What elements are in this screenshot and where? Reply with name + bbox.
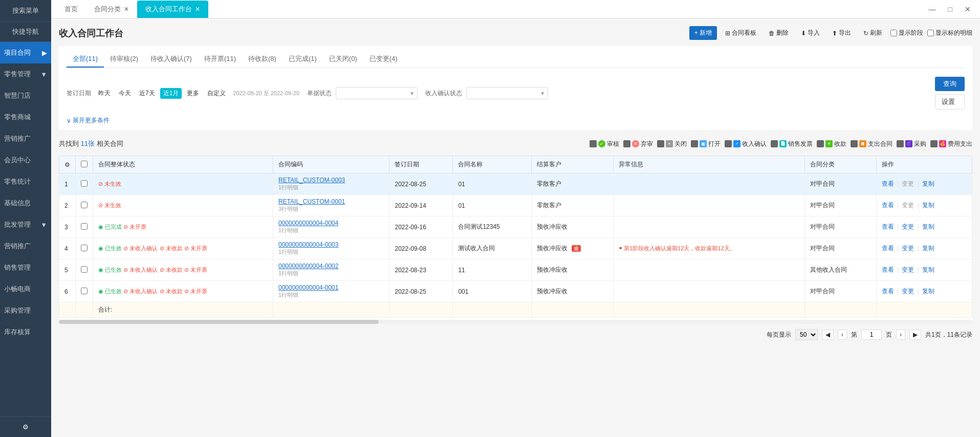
status-select[interactable]	[336, 87, 418, 99]
sales-invoice-button[interactable]: 📄 销售发票	[771, 140, 813, 148]
scrollbar-thumb[interactable]	[59, 320, 379, 324]
horizontal-scrollbar[interactable]	[59, 320, 972, 324]
sidebar-item-marketing2[interactable]: 营销推广	[0, 235, 51, 257]
sidebar-item-purchase[interactable]: 采购管理	[0, 300, 51, 321]
page-number-input[interactable]	[861, 330, 882, 340]
date-1month[interactable]: 近1月	[160, 88, 182, 99]
import-button[interactable]: ⬇ 导入	[797, 27, 824, 39]
change-button[interactable]: 变更	[902, 202, 914, 209]
col-error[interactable]: 异常信息	[614, 156, 804, 173]
tab-changed[interactable]: 已变更(4)	[363, 51, 404, 68]
contract-link[interactable]: 0000000000004-0004	[278, 220, 338, 227]
first-page-button[interactable]: ◀	[822, 330, 834, 340]
view-button[interactable]: 查看	[882, 266, 894, 273]
col-code[interactable]: 合同编码	[273, 156, 389, 173]
show-details-checkbox[interactable]: 显示标的明细	[927, 29, 972, 37]
view-button[interactable]: 查看	[882, 223, 894, 230]
open-button[interactable]: ▣ 打开	[691, 140, 721, 148]
tab-home[interactable]: 首页	[56, 1, 86, 18]
col-customer[interactable]: 结算客户	[532, 156, 614, 173]
sidebar-item-member[interactable]: 会员中心	[0, 149, 51, 171]
expense-contract-button[interactable]: 📋 支出合同	[851, 140, 892, 148]
contract-link[interactable]: 0000000000004-0001	[278, 284, 338, 291]
expand-more-conditions[interactable]: ∨ 展开更多条件	[67, 116, 965, 125]
col-sign-date[interactable]: 签订日期	[389, 156, 453, 173]
date-7days[interactable]: 近7天	[136, 88, 158, 99]
cell-checkbox[interactable]	[76, 238, 93, 259]
tab-completed[interactable]: 已完成(1)	[282, 51, 323, 68]
change-button[interactable]: 变更	[902, 223, 914, 230]
contract-link[interactable]: 0000000000004-0003	[278, 241, 338, 248]
cost-expense-button[interactable]: 💰 费用支出	[930, 140, 972, 148]
date-custom[interactable]: 自定义	[204, 88, 229, 99]
copy-button[interactable]: 复制	[922, 245, 934, 252]
cell-checkbox[interactable]	[76, 216, 93, 238]
sidebar-item-ecommerce[interactable]: 小畅电商	[0, 278, 51, 300]
sidebar-search[interactable]: 搜索菜单	[0, 0, 51, 22]
prev-page-button[interactable]: ‹	[838, 330, 847, 340]
tab-close-income-contract[interactable]: ✕	[195, 6, 200, 13]
copy-button[interactable]: 复制	[922, 288, 934, 295]
tab-pending-invoice[interactable]: 待开票(11)	[198, 51, 242, 68]
col-checkbox[interactable]	[76, 156, 93, 173]
close-button[interactable]: ✕	[961, 3, 975, 15]
view-button[interactable]: 查看	[882, 180, 894, 187]
cell-checkbox[interactable]	[76, 195, 93, 216]
payment-button[interactable]: ¥ 收款	[817, 140, 846, 148]
select-all-checkbox[interactable]	[81, 161, 88, 167]
query-button[interactable]: 查询	[935, 77, 965, 91]
close-contract-button[interactable]: × 关闭	[657, 140, 687, 148]
contract-link[interactable]: RETAIL_CUSTOM-0001	[278, 198, 345, 205]
col-status[interactable]: 合同整体状态	[93, 156, 273, 173]
confirm-status-select[interactable]	[466, 87, 548, 99]
sidebar-settings[interactable]: ⚙	[0, 417, 51, 437]
tab-close-contract-category[interactable]: ✕	[124, 6, 129, 13]
sidebar-quicknav[interactable]: 快捷导航	[0, 22, 51, 42]
view-button[interactable]: 查看	[882, 288, 894, 295]
abandon-review-button[interactable]: ✕ 弃审	[623, 140, 653, 148]
next-page-button[interactable]: ›	[896, 330, 905, 340]
sidebar-item-retail-manage[interactable]: 零售管理 ▼	[0, 63, 51, 85]
date-today[interactable]: 今天	[116, 88, 134, 99]
copy-button[interactable]: 复制	[922, 266, 934, 273]
view-button[interactable]: 查看	[882, 202, 894, 209]
search-settings-button[interactable]: 设置	[935, 94, 965, 110]
tab-income-contract[interactable]: 收入合同工作台 ✕	[137, 1, 208, 18]
sidebar-item-retail-stats[interactable]: 零售统计	[0, 171, 51, 192]
export-button[interactable]: ⬆ 导出	[828, 27, 855, 39]
purchase-button[interactable]: 🛒 采购	[897, 140, 926, 148]
tab-closed[interactable]: 已关闭(0)	[323, 51, 363, 68]
sidebar-item-sales-manage[interactable]: 销售管理	[0, 257, 51, 278]
col-settings[interactable]: ⚙	[59, 156, 76, 173]
sidebar-item-basic-info[interactable]: 基础信息	[0, 192, 51, 214]
contract-link[interactable]: RETAIL_CUSTOM-0003	[278, 177, 345, 184]
sidebar-item-project-contract[interactable]: 项目合同 ▶	[0, 42, 51, 63]
tab-pending-income-confirm[interactable]: 待收入确认(7)	[144, 51, 198, 68]
sidebar-item-smart-store[interactable]: 智慧门店	[0, 85, 51, 106]
date-yesterday[interactable]: 昨天	[95, 88, 114, 99]
change-button[interactable]: 变更	[902, 288, 914, 295]
change-button[interactable]: 变更	[902, 180, 914, 187]
delete-button[interactable]: 🗑 删除	[765, 27, 793, 39]
last-page-button[interactable]: ▶	[909, 330, 921, 340]
tab-contract-category[interactable]: 合同分类 ✕	[86, 1, 137, 18]
add-button[interactable]: + 新增	[689, 26, 717, 40]
tab-pending-payment[interactable]: 待收款(8)	[242, 51, 282, 68]
page-size-select[interactable]: 50	[795, 329, 818, 340]
sidebar-item-wholesale[interactable]: 批发管理 ▼	[0, 214, 51, 235]
col-category[interactable]: 合同分类	[804, 156, 876, 173]
maximize-button[interactable]: □	[944, 3, 956, 15]
show-stages-checkbox[interactable]: 显示阶段	[890, 29, 923, 37]
minimize-button[interactable]: —	[925, 3, 940, 15]
cell-checkbox[interactable]	[76, 259, 93, 281]
contract-link[interactable]: 0000000000004-0002	[278, 263, 338, 270]
sidebar-item-inventory[interactable]: 库存核算	[0, 321, 51, 343]
review-button[interactable]: ✓ 审核	[590, 140, 619, 148]
cell-checkbox[interactable]	[76, 173, 93, 195]
income-confirm-button[interactable]: ✓ 收入确认	[725, 140, 767, 148]
copy-button[interactable]: 复制	[922, 180, 934, 187]
col-name[interactable]: 合同名称	[453, 156, 532, 173]
copy-button[interactable]: 复制	[922, 223, 934, 230]
kanban-button[interactable]: ⊞ 合同看板	[721, 27, 760, 39]
change-button[interactable]: 变更	[902, 266, 914, 273]
